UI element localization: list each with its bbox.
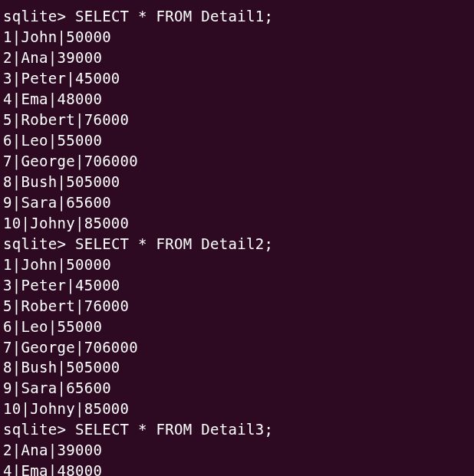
query-output-row: 10|Johny|85000 (3, 400, 129, 417)
terminal-line: 8|Bush|505000 (3, 357, 471, 378)
query-output-row: 2|Ana|39000 (3, 49, 102, 66)
terminal-line: 4|Ema|48000 (3, 461, 471, 476)
sql-command: SELECT * FROM Detail3; (66, 421, 273, 438)
terminal-line: 8|Bush|505000 (3, 172, 471, 192)
terminal-line: 9|Sara|65600 (3, 378, 471, 399)
query-output-row: 3|Peter|45000 (3, 70, 120, 87)
query-output-row: 9|Sara|65600 (3, 379, 111, 396)
terminal-line: 5|Robert|76000 (3, 110, 471, 130)
query-output-row: 3|Peter|45000 (3, 277, 120, 294)
sqlite-prompt: sqlite> (3, 421, 66, 438)
query-output-row: 4|Ema|48000 (3, 90, 102, 107)
terminal-line: 9|Sara|65600 (3, 192, 471, 213)
terminal-line: 3|Peter|45000 (3, 68, 471, 89)
query-output-row: 5|Robert|76000 (3, 297, 129, 314)
terminal-line: 2|Ana|39000 (3, 440, 471, 461)
query-output-row: 2|Ana|39000 (3, 442, 102, 458)
terminal-line: sqlite> SELECT * FROM Detail1; (3, 6, 471, 27)
terminal-line: 10|Johny|85000 (3, 399, 471, 419)
query-output-row: 7|George|706000 (3, 339, 138, 356)
sqlite-prompt: sqlite> (3, 8, 66, 25)
terminal-line: sqlite> SELECT * FROM Detail3; (3, 419, 471, 440)
terminal-line: 6|Leo|55000 (3, 317, 471, 337)
query-output-row: 6|Leo|55000 (3, 318, 102, 335)
query-output-row: 7|George|706000 (3, 153, 138, 169)
sql-command: SELECT * FROM Detail2; (66, 235, 273, 252)
query-output-row: 10|Johny|85000 (3, 215, 129, 231)
terminal-line: 1|John|50000 (3, 254, 471, 275)
terminal-line: sqlite> SELECT * FROM Detail2; (3, 234, 471, 254)
terminal-line: 1|John|50000 (3, 27, 471, 48)
terminal-window[interactable]: sqlite> SELECT * FROM Detail1;1|John|500… (3, 6, 471, 476)
terminal-line: 5|Robert|76000 (3, 296, 471, 317)
terminal-line: 7|George|706000 (3, 151, 471, 172)
query-output-row: 9|Sara|65600 (3, 194, 111, 211)
query-output-row: 1|John|50000 (3, 256, 111, 273)
query-output-row: 6|Leo|55000 (3, 132, 102, 149)
query-output-row: 4|Ema|48000 (3, 462, 102, 476)
terminal-line: 3|Peter|45000 (3, 275, 471, 296)
terminal-line: 7|George|706000 (3, 337, 471, 358)
terminal-line: 4|Ema|48000 (3, 89, 471, 110)
terminal-line: 2|Ana|39000 (3, 48, 471, 68)
terminal-line: 6|Leo|55000 (3, 130, 471, 151)
query-output-row: 8|Bush|505000 (3, 359, 120, 376)
sql-command: SELECT * FROM Detail1; (66, 8, 273, 25)
query-output-row: 5|Robert|76000 (3, 111, 129, 128)
sqlite-prompt: sqlite> (3, 235, 66, 252)
query-output-row: 1|John|50000 (3, 28, 111, 45)
terminal-line: 10|Johny|85000 (3, 213, 471, 234)
query-output-row: 8|Bush|505000 (3, 173, 120, 190)
